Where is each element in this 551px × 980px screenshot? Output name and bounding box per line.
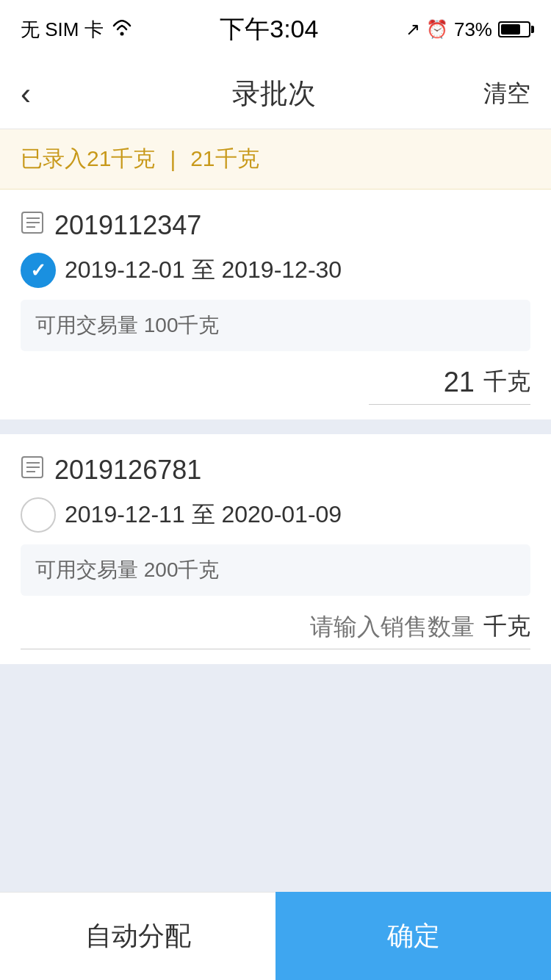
content-wrapper: 2019112347 2019-12-01 至 2019-12-30 可用交易量… — [0, 190, 551, 980]
batch-item-1: 2019112347 2019-12-01 至 2019-12-30 可用交易量… — [0, 190, 551, 419]
recorded-amount-label: 已录入21千克 — [21, 144, 155, 174]
doc-icon-2 — [21, 455, 47, 485]
auto-distribute-button[interactable]: 自动分配 — [0, 892, 276, 980]
batch-item-2: 2019126781 2019-12-11 至 2020-01-09 可用交易量… — [0, 434, 551, 664]
alarm-icon: ⏰ — [426, 19, 448, 40]
batch-date-1: 2019-12-01 至 2019-12-30 — [65, 254, 342, 287]
time-display: 下午3:04 — [220, 12, 318, 46]
batch-item-2-header: 2019126781 2019-12-11 至 2020-01-09 可用交易量… — [0, 434, 551, 596]
batch-id-2: 2019126781 — [54, 455, 201, 486]
batch-id-row-2: 2019126781 — [21, 455, 530, 486]
battery-pct: 73% — [454, 18, 492, 41]
available-row-2: 可用交易量 200千克 — [21, 544, 530, 596]
page-title: 录批次 — [232, 75, 316, 112]
batch-date-2: 2019-12-11 至 2020-01-09 — [65, 499, 342, 531]
batch-id-row-1: 2019112347 — [21, 210, 530, 241]
radio-btn-2[interactable] — [21, 497, 56, 533]
wifi-icon — [111, 18, 133, 41]
available-row-1: 可用交易量 100千克 — [21, 300, 530, 351]
radio-btn-1[interactable] — [21, 253, 56, 288]
qty-input-2[interactable] — [21, 613, 475, 641]
batch-date-row-1: 2019-12-01 至 2019-12-30 — [21, 253, 530, 288]
svg-point-0 — [120, 32, 123, 35]
info-bar: 已录入21千克 | 21千克 — [0, 129, 551, 190]
batch-id-1: 2019112347 — [54, 210, 201, 241]
clear-button[interactable]: 清空 — [483, 78, 530, 110]
doc-icon-1 — [21, 211, 47, 240]
batch-item-1-header: 2019112347 2019-12-01 至 2019-12-30 可用交易量… — [0, 190, 551, 351]
battery-indicator — [498, 21, 530, 37]
back-button[interactable]: ‹ — [21, 76, 65, 112]
available-label-1: 可用交易量 100千克 — [35, 314, 220, 336]
nav-bar: ‹ 录批次 清空 — [0, 59, 551, 129]
bottom-buttons: 自动分配 确定 — [0, 892, 551, 980]
location-icon: ↗ — [406, 19, 420, 40]
status-bar: 无 SIM 卡 下午3:04 ↗ ⏰ 73% — [0, 0, 551, 59]
info-value: 21千克 — [190, 144, 259, 174]
batch-date-row-2: 2019-12-11 至 2020-01-09 — [21, 497, 530, 533]
available-label-2: 可用交易量 200千克 — [35, 558, 220, 581]
confirm-button[interactable]: 确定 — [276, 892, 551, 980]
amount-value-1[interactable]: 21 — [416, 367, 475, 398]
status-right: ↗ ⏰ 73% — [406, 18, 530, 41]
status-left: 无 SIM 卡 — [21, 17, 133, 43]
amount-unit-1: 千克 — [483, 366, 530, 398]
info-divider: | — [170, 147, 176, 172]
qty-input-row-2: 千克 — [0, 596, 551, 664]
amount-row-1: 21 千克 — [0, 351, 551, 419]
qty-unit-2: 千克 — [483, 610, 530, 643]
section-separator — [0, 419, 551, 434]
carrier-label: 无 SIM 卡 — [21, 17, 104, 43]
